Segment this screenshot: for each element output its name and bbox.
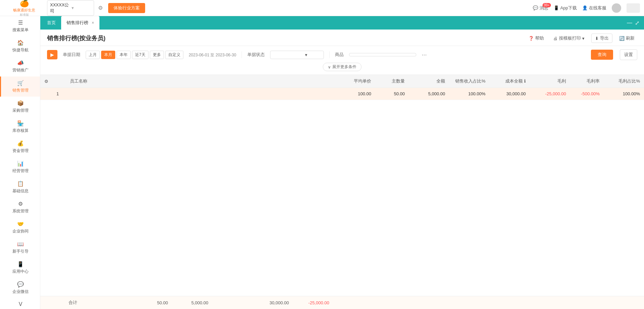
sidebar-icon-0: ☰ [18, 19, 23, 26]
tab-sales-ranking[interactable]: 销售排行榜 × [61, 16, 99, 30]
date-more[interactable]: 更多 [150, 51, 164, 59]
footer-total-label: 合计 [65, 300, 105, 306]
sidebar-item-1[interactable]: 🏠快捷导航 [0, 36, 40, 56]
app-download-button[interactable]: 📱 App下载 [554, 5, 577, 11]
download-icon: 📱 [554, 5, 559, 10]
sidebar-icon-4: 📦 [17, 100, 24, 106]
date-this-month[interactable]: 本月 [101, 51, 115, 59]
export-icon: ⬇ [595, 36, 599, 41]
maximize-button[interactable]: ⤢ [635, 20, 639, 26]
sidebar: ☰搜索菜单🏠快捷导航📣营销推广🛒销售管理📦采购管理🏪库存核算💰资金管理📊经营管理… [0, 16, 40, 309]
avatar[interactable] [612, 3, 621, 13]
date-this-year[interactable]: 本年 [117, 51, 131, 59]
col-total: 全额 [409, 75, 449, 88]
sidebar-item-12[interactable]: 📱应用中心 [0, 258, 40, 278]
table-settings-button[interactable]: 设置 [620, 49, 637, 60]
sidebar-item-2[interactable]: 📣营销推广 [0, 56, 40, 76]
user-name-area[interactable] [627, 3, 640, 13]
sidebar-item-7[interactable]: 📊经营管理 [0, 157, 40, 177]
date-custom[interactable]: 自定义 [165, 51, 183, 59]
sidebar-label-6: 资金管理 [12, 148, 29, 154]
print-arrow: ▾ [582, 36, 585, 41]
sidebar-icon-8: 📋 [17, 181, 24, 187]
expand-chevron-icon: ∨ [328, 65, 331, 69]
sidebar-item-13[interactable]: 💬企业微信 [0, 278, 40, 298]
top-right-area: 💬 消息 99+ 📱 App下载 👤 在线客服 [533, 3, 640, 13]
sidebar-label-4: 采购管理 [12, 108, 29, 113]
sidebar-icon-5: 🏪 [17, 120, 24, 126]
refresh-label: 刷新 [626, 35, 635, 41]
tab-bar: 首页 销售排行榜 × — ⤢ [40, 16, 644, 30]
status-label: 单据状态 [247, 52, 265, 58]
app-download-label: App下载 [560, 5, 577, 11]
date-range-display: 2023-06-01 至 2023-06-30 [189, 52, 236, 58]
logo-sub: 标准版 [20, 13, 29, 17]
date-last-month[interactable]: 上月 [86, 51, 100, 59]
sidebar-item-4[interactable]: 📦采购管理 [0, 97, 40, 117]
expand-label: 展开更多条件 [332, 64, 356, 70]
message-icon: 💬 [533, 5, 538, 10]
help-icon: ❓ [528, 36, 534, 41]
sidebar-label-10: 企业协同 [12, 228, 29, 234]
table-footer: 合计 50.00 5,000.00 30,000.00 -25,000.00 [40, 296, 644, 309]
footer-qty: 50.00 [138, 300, 172, 305]
date-label: 单据日期 [63, 52, 80, 58]
sidebar-item-10[interactable]: 🤝企业协同 [0, 217, 40, 238]
export-label: 导出 [600, 35, 609, 41]
sidebar-icon-12: 📱 [17, 261, 24, 267]
online-service-button[interactable]: 👤 在线客服 [582, 5, 606, 11]
refresh-button[interactable]: 🔄 刷新 [616, 34, 637, 43]
goods-label: 商品 [335, 52, 344, 58]
sidebar-item-5[interactable]: 🏪库存核算 [0, 117, 40, 137]
online-service-label: 在线客服 [589, 5, 606, 11]
sidebar-item-11[interactable]: 📖新手引导 [0, 238, 40, 258]
sidebar-icon-14: V [19, 301, 23, 307]
sidebar-item-8[interactable]: 📋基础信息 [0, 177, 40, 197]
col-qty: 主数量 [375, 75, 409, 88]
help-button[interactable]: ❓ 帮助 [526, 34, 547, 43]
status-select[interactable]: ▾ [270, 51, 324, 59]
col-employee-name: 员工名称 [66, 75, 342, 88]
minimize-button[interactable]: — [627, 20, 632, 26]
filter-divider-2 [329, 51, 330, 58]
expand-more-button[interactable]: ∨ 展开更多条件 [323, 63, 361, 71]
sidebar-icon-11: 📖 [17, 241, 24, 247]
query-button[interactable]: 查询 [591, 50, 613, 60]
sidebar-item-9[interactable]: ⚙系统管理 [0, 197, 40, 217]
sidebar-item-14[interactable]: V畅会员 [0, 298, 40, 309]
refresh-icon: 🔄 [619, 36, 625, 41]
sidebar-item-0[interactable]: ☰搜索菜单 [0, 16, 40, 36]
date-7days[interactable]: 近7天 [132, 51, 148, 59]
col-settings[interactable]: ⚙ [40, 75, 52, 88]
sidebar-label-5: 库存核算 [12, 128, 29, 134]
table-row[interactable]: 1 100.00 50.00 5,000.00 100.00% 30,000.0… [40, 88, 644, 100]
col-avg-price: 平均单价 [342, 75, 375, 88]
company-selector[interactable]: XXXXX公司 ▾ [47, 0, 94, 16]
print-icon: 🖨 [553, 36, 558, 41]
goods-input[interactable] [349, 53, 416, 56]
sidebar-item-3[interactable]: 🛒销售管理 [0, 76, 40, 97]
sidebar-icon-3: 🛒 [17, 80, 24, 86]
sidebar-icon-2: 📣 [17, 60, 24, 66]
sidebar-item-6[interactable]: 💰资金管理 [0, 137, 40, 157]
export-button[interactable]: ⬇ 导出 [591, 34, 612, 43]
footer-cost: 30,000.00 [253, 300, 293, 305]
settings-gear-button[interactable]: ⚙ [97, 3, 104, 12]
sidebar-label-13: 企业微信 [12, 289, 29, 295]
tab-close-icon[interactable]: × [92, 20, 94, 25]
sidebar-label-9: 系统管理 [12, 208, 29, 214]
sidebar-icon-9: ⚙ [18, 201, 23, 207]
filter-expand-arrow[interactable]: ▶ [47, 50, 57, 59]
trial-button[interactable]: 体验行业方案 [108, 3, 145, 13]
sidebar-icon-1: 🏠 [17, 40, 24, 46]
row-profit: -25,000.00 [530, 88, 570, 100]
sidebar-icon-10: 🤝 [17, 221, 24, 227]
messages-button[interactable]: 💬 消息 99+ [533, 5, 548, 11]
sidebar-icon-13: 💬 [17, 281, 24, 288]
row-settings[interactable] [40, 88, 52, 100]
more-conditions-dots[interactable]: ··· [422, 51, 427, 58]
tab-home[interactable]: 首页 [42, 16, 61, 30]
print-button[interactable]: 🖨 按模板打印 ▾ [551, 34, 587, 43]
row-profit-rate: -500.00% [570, 88, 604, 100]
filter-divider-1 [242, 51, 242, 58]
